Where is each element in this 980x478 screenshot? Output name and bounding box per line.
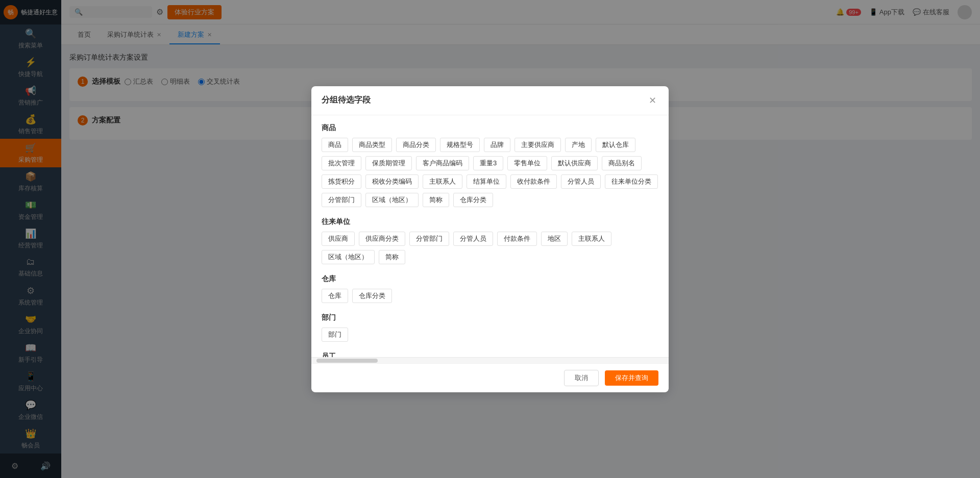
field-tags-往来单位: 供应商供应商分类分管部门分管人员付款条件地区主联系人区域（地区）简称 <box>322 232 658 264</box>
modal-close-button[interactable]: ✕ <box>646 94 658 107</box>
field-tag-品牌[interactable]: 品牌 <box>484 138 510 152</box>
field-tag-商品[interactable]: 商品 <box>322 138 348 152</box>
field-tag-仓库分类[interactable]: 仓库分类 <box>352 289 392 303</box>
field-tag-商品分类[interactable]: 商品分类 <box>396 138 436 152</box>
field-tag-仓库分类[interactable]: 仓库分类 <box>453 193 493 207</box>
section-员工: 员工业务员 <box>322 352 658 357</box>
field-tag-零售单位[interactable]: 零售单位 <box>507 156 547 170</box>
field-tags-商品: 商品商品类型商品分类规格型号品牌主要供应商产地默认仓库批次管理保质期管理客户商品… <box>322 138 658 207</box>
modal-body: 商品商品商品类型商品分类规格型号品牌主要供应商产地默认仓库批次管理保质期管理客户… <box>311 115 669 357</box>
field-tag-付款条件[interactable]: 付款条件 <box>497 232 537 246</box>
modal-horizontal-scrollbar[interactable] <box>311 357 669 363</box>
cancel-button[interactable]: 取消 <box>564 370 599 386</box>
section-仓库: 仓库仓库仓库分类 <box>322 274 658 303</box>
field-tag-保质期管理[interactable]: 保质期管理 <box>365 156 412 170</box>
field-tag-客户商品编码[interactable]: 客户商品编码 <box>416 156 469 170</box>
field-tag-拣货积分[interactable]: 拣货积分 <box>322 174 361 189</box>
field-tag-分管人员[interactable]: 分管人员 <box>561 174 601 189</box>
field-tag-分管人员[interactable]: 分管人员 <box>453 232 493 246</box>
modal-footer: 取消 保存并查询 <box>311 363 669 392</box>
field-tag-分管部门[interactable]: 分管部门 <box>322 193 361 207</box>
field-tag-默认供应商[interactable]: 默认供应商 <box>551 156 598 170</box>
field-tag-地区[interactable]: 地区 <box>541 232 568 246</box>
field-tag-商品别名[interactable]: 商品别名 <box>602 156 642 170</box>
field-tag-供应商分类[interactable]: 供应商分类 <box>359 232 405 246</box>
section-往来单位: 往来单位供应商供应商分类分管部门分管人员付款条件地区主联系人区域（地区）简称 <box>322 217 658 264</box>
field-tag-批次管理[interactable]: 批次管理 <box>322 156 361 170</box>
section-title-仓库: 仓库 <box>322 274 658 284</box>
section-title-往来单位: 往来单位 <box>322 217 658 227</box>
section-部门: 部门部门 <box>322 313 658 342</box>
section-商品: 商品商品商品类型商品分类规格型号品牌主要供应商产地默认仓库批次管理保质期管理客户… <box>322 123 658 207</box>
field-select-modal: 分组待选字段 ✕ 商品商品商品类型商品分类规格型号品牌主要供应商产地默认仓库批次… <box>311 86 669 392</box>
field-tag-商品类型[interactable]: 商品类型 <box>352 138 392 152</box>
field-tag-税收分类编码[interactable]: 税收分类编码 <box>365 174 419 189</box>
field-tag-结算单位[interactable]: 结算单位 <box>467 174 506 189</box>
section-title-部门: 部门 <box>322 313 658 322</box>
section-title-商品: 商品 <box>322 123 658 133</box>
field-tag-产地[interactable]: 产地 <box>565 138 592 152</box>
field-tag-主要供应商[interactable]: 主要供应商 <box>514 138 561 152</box>
field-tag-区域（地区）[interactable]: 区域（地区） <box>365 193 419 207</box>
field-tag-供应商[interactable]: 供应商 <box>322 232 355 246</box>
modal-overlay: 分组待选字段 ✕ 商品商品商品类型商品分类规格型号品牌主要供应商产地默认仓库批次… <box>0 0 980 478</box>
field-tags-仓库: 仓库仓库分类 <box>322 289 658 303</box>
field-tag-收付款条件[interactable]: 收付款条件 <box>510 174 557 189</box>
field-tag-部门[interactable]: 部门 <box>322 328 348 342</box>
field-tag-主联系人[interactable]: 主联系人 <box>423 174 462 189</box>
modal-title: 分组待选字段 <box>322 95 371 106</box>
modal-header: 分组待选字段 ✕ <box>311 86 669 115</box>
field-tag-仓库[interactable]: 仓库 <box>322 289 348 303</box>
field-tag-简称[interactable]: 简称 <box>423 193 449 207</box>
field-tags-部门: 部门 <box>322 328 658 342</box>
field-tag-主联系人[interactable]: 主联系人 <box>572 232 611 246</box>
field-tag-重量3[interactable]: 重量3 <box>473 156 503 170</box>
section-title-员工: 员工 <box>322 352 658 357</box>
modal-hscroll-thumb <box>316 359 378 363</box>
field-tag-规格型号[interactable]: 规格型号 <box>440 138 480 152</box>
field-tag-往来单位分类[interactable]: 往来单位分类 <box>605 174 658 189</box>
field-tag-区域（地区）[interactable]: 区域（地区） <box>322 250 375 264</box>
field-tag-默认仓库[interactable]: 默认仓库 <box>596 138 635 152</box>
field-tag-分管部门[interactable]: 分管部门 <box>409 232 449 246</box>
save-query-button[interactable]: 保存并查询 <box>605 370 658 386</box>
field-tag-简称[interactable]: 简称 <box>379 250 405 264</box>
